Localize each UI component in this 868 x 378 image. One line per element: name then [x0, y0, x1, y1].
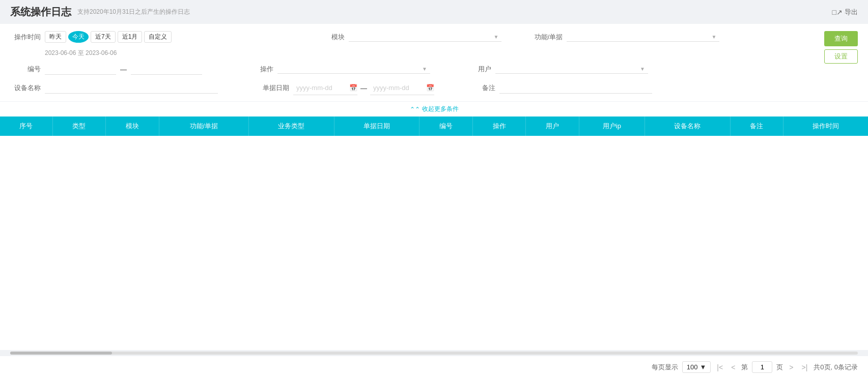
op-select[interactable]: ▼: [277, 65, 430, 74]
table-header: 序号 类型 模块 功能/单据 业务类型 单据日期 编号 操作 用户 用户ip 设…: [0, 117, 868, 136]
module-label: 模块: [314, 33, 345, 42]
op-label: 操作: [243, 65, 273, 74]
page-header: 系统操作日志 支持2020年10月31日之后产生的操作日志 □↗ 导出: [0, 0, 868, 24]
page-subtitle: 支持2020年10月31日之后产生的操作日志: [77, 8, 190, 16]
time-buttons: 昨天 今天 近7天 近1月 自定义: [45, 31, 172, 43]
col-user: 用户: [526, 117, 579, 136]
right-buttons: 查询 设置: [824, 31, 858, 64]
collapse-bar: ⌃⌃ 收起更多条件: [0, 101, 868, 117]
per-page-value: 100: [687, 363, 698, 371]
user-select[interactable]: ▼: [495, 65, 648, 74]
num-label: 编号: [10, 65, 41, 74]
time-label: 操作时间: [10, 33, 41, 42]
page-first-button[interactable]: |<: [715, 362, 725, 372]
module-chevron-icon: ▼: [493, 34, 498, 40]
col-user-ip: 用户ip: [579, 117, 645, 136]
page-number-input[interactable]: 1: [752, 361, 772, 373]
table-header-row: 序号 类型 模块 功能/单据 业务类型 单据日期 编号 操作 用户 用户ip 设…: [0, 117, 868, 136]
page-next-button[interactable]: >: [787, 362, 795, 372]
time-btn-yesterday[interactable]: 昨天: [45, 31, 66, 43]
time-btn-1month[interactable]: 近1月: [118, 31, 143, 43]
date-range-text: 2023-06-06 至 2023-06-06: [45, 49, 117, 56]
filter-row-1: 操作时间 昨天 今天 近7天 近1月 自定义 模块 ▼: [10, 31, 797, 43]
data-table: 序号 类型 模块 功能/单据 业务类型 单据日期 编号 操作 用户 用户ip 设…: [0, 117, 868, 136]
filter-row-3: 设备名称 单据日期 📅 — 📅 备注: [10, 81, 797, 95]
calendar-to-icon[interactable]: 📅: [426, 84, 434, 92]
remark-label: 备注: [465, 83, 495, 93]
per-page-select[interactable]: 100 ▼: [682, 361, 711, 373]
scrollbar-track: [10, 352, 858, 355]
filter-row-2: 编号 — 操作 ▼ 用户 ▼: [10, 64, 797, 75]
device-input[interactable]: [45, 82, 218, 94]
col-op: 操作: [472, 117, 525, 136]
pagination: 每页显示 100 ▼ |< < 第 1 页 > >| 共0页, 0条记录: [0, 356, 868, 378]
op-chevron-icon: ▼: [422, 66, 427, 72]
user-chevron-icon: ▼: [640, 66, 645, 72]
page-container: 系统操作日志 支持2020年10月31日之后产生的操作日志 □↗ 导出 操作时间…: [0, 0, 868, 378]
page-label: 第: [741, 363, 748, 372]
time-btn-today[interactable]: 今天: [68, 31, 89, 43]
doc-date-to-wrapper: 📅: [370, 81, 434, 95]
collapse-button[interactable]: ⌃⌃ 收起更多条件: [410, 105, 459, 113]
doc-date-from[interactable]: [293, 82, 349, 93]
col-biz-type: 业务类型: [249, 117, 334, 136]
page-prev-button[interactable]: <: [729, 362, 737, 372]
col-remark: 备注: [730, 117, 783, 136]
query-button[interactable]: 查询: [824, 31, 858, 46]
col-func: 功能/单据: [159, 117, 248, 136]
func-label: 功能/单据: [532, 33, 563, 42]
device-label: 设备名称: [10, 83, 41, 93]
collapse-up-icon: ⌃⌃: [410, 106, 420, 113]
export-icon: □↗: [832, 8, 843, 16]
module-select[interactable]: ▼: [349, 33, 501, 42]
col-device: 设备名称: [645, 117, 730, 136]
export-button[interactable]: □↗ 导出: [832, 8, 858, 17]
num-dash: —: [120, 66, 127, 73]
num-input-to[interactable]: [131, 64, 202, 75]
col-doc-date: 单据日期: [334, 117, 419, 136]
col-seq: 序号: [0, 117, 52, 136]
date-dash-sep: —: [360, 84, 367, 92]
col-module: 模块: [106, 117, 159, 136]
func-select[interactable]: ▼: [567, 33, 719, 42]
filter-section: 操作时间 昨天 今天 近7天 近1月 自定义 模块 ▼: [0, 24, 868, 101]
per-page-chevron-icon: ▼: [699, 363, 706, 371]
doc-date-from-wrapper: 📅: [293, 81, 357, 95]
page-last-button[interactable]: >|: [800, 362, 810, 372]
settings-button[interactable]: 设置: [824, 49, 858, 64]
scrollbar-area[interactable]: [0, 350, 868, 356]
export-label: 导出: [845, 8, 858, 17]
scrollbar-thumb[interactable]: [10, 352, 112, 355]
calendar-from-icon[interactable]: 📅: [349, 84, 357, 92]
per-page-label: 每页显示: [652, 363, 678, 372]
total-info: 共0页, 0条记录: [814, 363, 858, 372]
col-type: 类型: [52, 117, 105, 136]
filter-rows-wrapper: 操作时间 昨天 今天 近7天 近1月 自定义 模块 ▼: [10, 31, 858, 95]
page-suffix: 页: [776, 363, 783, 372]
doc-date-to[interactable]: [370, 82, 426, 93]
collapse-label: 收起更多条件: [422, 105, 459, 113]
remark-input[interactable]: [499, 82, 652, 94]
page-title: 系统操作日志: [10, 5, 71, 19]
func-chevron-icon: ▼: [711, 34, 716, 40]
col-num: 编号: [419, 117, 472, 136]
date-range-display: 2023-06-06 至 2023-06-06: [45, 49, 797, 57]
col-op-time: 操作时间: [783, 117, 868, 136]
table-container: 序号 类型 模块 功能/单据 业务类型 单据日期 编号 操作 用户 用户ip 设…: [0, 117, 868, 350]
doc-date-label: 单据日期: [259, 83, 289, 93]
num-input-from[interactable]: [45, 64, 116, 75]
time-filter-group: 昨天 今天 近7天 近1月 自定义: [45, 31, 172, 43]
time-btn-custom[interactable]: 自定义: [144, 31, 172, 43]
time-btn-7days[interactable]: 近7天: [91, 31, 116, 43]
user-label: 用户: [461, 65, 491, 74]
